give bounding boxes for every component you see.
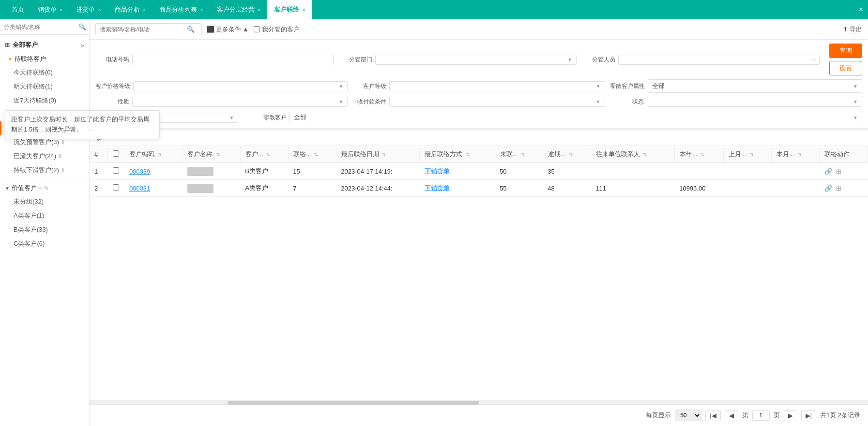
pagination-total: 共1页 2条记录: [820, 411, 860, 420]
last-page-button[interactable]: ▶|: [801, 410, 816, 421]
select-all-checkbox[interactable]: [113, 150, 119, 157]
page-number-input[interactable]: [752, 410, 770, 421]
arrow-icon-2: ▼: [5, 186, 10, 191]
nav-product-list[interactable]: 商品分析列表 ×: [152, 0, 210, 19]
retail-customer-select[interactable]: 全部 ▼: [289, 111, 862, 124]
sort-icon-contact: ⇅: [314, 152, 318, 157]
row-checkbox-1[interactable]: [113, 167, 119, 174]
payment-icon: ▼: [596, 99, 601, 104]
nav-sales[interactable]: 销货单 ×: [31, 0, 69, 19]
person-select[interactable]: ···: [618, 55, 820, 65]
close-all-button[interactable]: ×: [859, 5, 863, 14]
cell-method-2[interactable]: 下销货单: [420, 180, 495, 197]
page-size-select[interactable]: 50 20 100: [675, 410, 701, 421]
filter-row-3: 性质 ▼ 收付款条件 ▼ 状态: [95, 97, 862, 107]
phone-input[interactable]: [132, 54, 334, 65]
edit-icon[interactable]: ○: [39, 185, 42, 191]
col-this-month[interactable]: 本月... ⇅: [772, 146, 820, 163]
col-last-month[interactable]: 上月... ⇅: [724, 146, 772, 163]
customers-table: # 客户编码 ⇅ 客户名称 ⇅: [90, 146, 868, 197]
col-name[interactable]: 客户名称 ⇅: [183, 146, 241, 163]
table-scroll[interactable]: # 客户编码 ⇅ 客户名称 ⇅: [90, 146, 868, 400]
nav-purchase[interactable]: 进货单 ×: [69, 0, 107, 19]
col-company-contact[interactable]: 往来单位联系人 ⇅: [591, 146, 674, 163]
sidebar-section-value[interactable]: ▼ 价值客户 ○ ✎: [0, 181, 89, 195]
filter-search-input[interactable]: [100, 26, 187, 33]
col-overdue[interactable]: 逾期... ⇅: [543, 146, 591, 163]
sidebar-item-today[interactable]: 今天待联络(0): [0, 66, 89, 80]
next-page-button[interactable]: ▶: [784, 410, 797, 421]
sidebar-item-a[interactable]: A类客户(1): [0, 209, 89, 223]
retail-attr-select[interactable]: 全部 ▼: [648, 79, 862, 93]
sort-icon-method: ⇅: [466, 152, 470, 157]
action-link-icon-1[interactable]: 🔗: [824, 168, 832, 175]
cell-method-1[interactable]: 下销货单: [420, 163, 495, 180]
col-current-year[interactable]: 本年... ⇅: [674, 146, 723, 163]
cell-code-2[interactable]: 000031: [124, 180, 183, 197]
nav-product-analysis[interactable]: 商品分析 ×: [108, 0, 152, 19]
filter-search-icon[interactable]: 🔍: [187, 26, 195, 33]
col-contact[interactable]: 联络... ⇅: [288, 146, 336, 163]
main-layout: 🔍 ⊞ 全部客户 » ▼ 待联络客户 今天待联络(0) 明天待联络(1) 近7天…: [0, 19, 868, 426]
horizontal-scrollbar[interactable]: [90, 400, 868, 404]
action-grid-icon-2[interactable]: ⊞: [836, 185, 841, 192]
nav-purchase-close[interactable]: ×: [98, 7, 101, 13]
info-icon-2: ℹ: [62, 139, 64, 145]
export-button[interactable]: ⬆ 导出: [843, 25, 862, 34]
row-checkbox-2[interactable]: [113, 184, 119, 191]
sidebar-item-7days[interactable]: 近7天待联络(0): [0, 94, 89, 108]
nav-sales-close[interactable]: ×: [60, 7, 62, 13]
col-category[interactable]: 客户... ⇅: [240, 146, 288, 163]
col-last-date[interactable]: 最后联络日期 ⇅: [336, 146, 420, 163]
filter-price-level: 客户价格等级 ▼: [95, 81, 348, 91]
cell-contact-2: 7: [288, 180, 336, 197]
sidebar-item-c[interactable]: C类客户(6): [0, 237, 89, 251]
filter-person: 分管人员 ···: [581, 55, 820, 65]
filter-dept: 分管部门 ▼: [338, 55, 577, 65]
gender-select[interactable]: ▼: [132, 97, 348, 107]
status-select[interactable]: ▼: [647, 97, 862, 107]
sidebar-item-tomorrow[interactable]: 明天待联络(1): [0, 80, 89, 94]
my-customers-checkbox[interactable]: [254, 26, 260, 32]
sidebar-search-icon[interactable]: 🔍: [78, 23, 86, 30]
sidebar-item-b[interactable]: B类客户(33): [0, 223, 89, 237]
query-button[interactable]: 查询: [829, 44, 862, 58]
col-pending[interactable]: 未联... ⇅: [495, 146, 543, 163]
nav-customer-contact[interactable]: 客户联络 ×: [267, 0, 312, 19]
sidebar-item-lost[interactable]: 已流失客户(24) ℹ: [0, 149, 89, 163]
nav-segmentation-close[interactable]: ×: [258, 7, 260, 13]
action-link-icon-2[interactable]: 🔗: [824, 185, 832, 192]
nav-customer-segmentation[interactable]: 客户分层经营 ×: [210, 0, 267, 19]
nav-contact-close[interactable]: ×: [302, 7, 305, 13]
sidebar-all-customers[interactable]: ⊞ 全部客户 »: [0, 38, 89, 52]
sidebar-item-declining[interactable]: 持续下滑客户(2) ℹ: [0, 163, 89, 177]
action-grid-icon-1[interactable]: ⊞: [836, 168, 841, 175]
sidebar-item-ungrouped[interactable]: 未分组(32): [0, 195, 89, 209]
sidebar-search-input[interactable]: [4, 24, 76, 30]
col-code[interactable]: 客户编码 ⇅: [124, 146, 183, 163]
scrollbar-thumb[interactable]: [228, 401, 479, 405]
gender-icon: ▼: [338, 99, 343, 104]
sidebar-section-pending[interactable]: ▼ 待联络客户: [0, 52, 89, 66]
sidebar-collapse-button[interactable]: »: [81, 42, 84, 49]
more-conditions-button[interactable]: ⬛ 更多条件 ▲: [207, 25, 249, 34]
table-toolbar: ⚙: [90, 131, 868, 146]
nav-home[interactable]: 首页: [5, 0, 31, 19]
customer-level-select[interactable]: ▼: [389, 81, 605, 91]
nav-product-analysis-close[interactable]: ×: [143, 7, 146, 13]
sidebar-search-bar: 🔍: [0, 19, 89, 35]
cell-code-1[interactable]: 000039: [124, 163, 183, 180]
edit-icon-2[interactable]: ✎: [44, 185, 48, 191]
sort-icon-name: ⇅: [216, 152, 220, 157]
settings-button[interactable]: 设置: [829, 61, 862, 75]
nav-product-list-close[interactable]: ×: [200, 7, 203, 13]
first-page-button[interactable]: |◀: [705, 410, 720, 421]
col-last-method[interactable]: 最后联络方式 ⇅: [420, 146, 495, 163]
payment-select[interactable]: ▼: [389, 97, 605, 107]
tooltip-dots[interactable]: ···: [88, 126, 93, 133]
price-level-select[interactable]: ▼: [133, 81, 348, 91]
filter-retail-attr: 零散客户属性 全部 ▼: [610, 79, 862, 93]
action-buttons: 查询 设置: [829, 44, 862, 75]
dept-select[interactable]: ▼: [375, 55, 577, 65]
prev-page-button[interactable]: ◀: [725, 410, 738, 421]
